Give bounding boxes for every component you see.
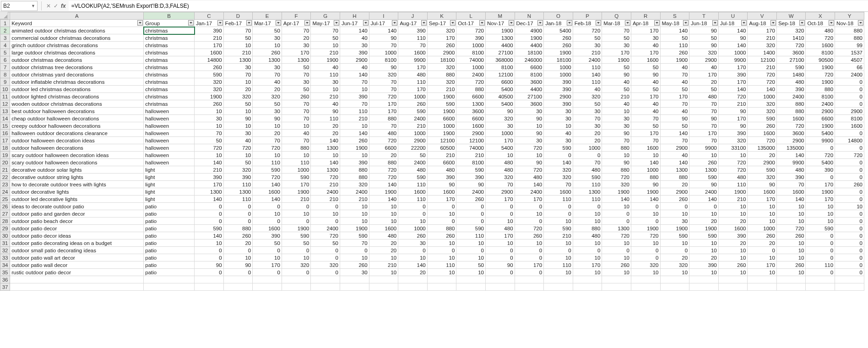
cell-value[interactable]: 70 [223, 27, 253, 34]
cell-value[interactable]: 480 [718, 174, 748, 181]
cell-value[interactable]: 30 [282, 42, 311, 49]
cell-value[interactable]: 30 [340, 269, 369, 276]
cell-value[interactable]: 390 [340, 93, 369, 100]
cell-value[interactable]: 480 [806, 27, 835, 34]
cell-value[interactable]: 320 [427, 27, 456, 34]
cell-value[interactable]: 720 [456, 27, 486, 34]
cell-value[interactable]: 70 [282, 115, 311, 122]
cell-value[interactable]: 10 [544, 218, 573, 225]
cell-value[interactable]: 1300 [689, 166, 719, 174]
cell-value[interactable]: 320 [282, 261, 311, 269]
cell-value[interactable]: 10 [311, 86, 340, 93]
cell-value[interactable]: 1600 [456, 122, 486, 130]
cell-value[interactable]: 0 [253, 269, 282, 276]
cell-value[interactable]: 140 [718, 27, 748, 34]
cell-value[interactable]: 10 [282, 122, 311, 130]
cell-value[interactable]: 480 [776, 78, 806, 86]
cell-value[interactable]: 1300 [311, 166, 340, 174]
column-header[interactable]: T [689, 12, 719, 20]
cell-value[interactable]: 320 [195, 78, 224, 86]
row-header[interactable]: 17 [0, 137, 10, 144]
cell-value[interactable]: 10 [340, 210, 369, 218]
cell-value[interactable]: 1600 [631, 56, 660, 64]
cell-keyword[interactable]: large outdoor christmas decorations [10, 49, 144, 56]
cell-value[interactable]: 70 [689, 108, 719, 115]
cell-value[interactable]: 20 [689, 254, 719, 261]
cell-group[interactable]: christmas [144, 42, 195, 49]
cell-group[interactable]: patio [144, 225, 195, 232]
cell-value[interactable]: 210 [456, 152, 486, 159]
cell-value[interactable]: 20 [253, 130, 282, 137]
row-header[interactable]: 37 [0, 283, 10, 291]
cell-group[interactable]: patio [144, 247, 195, 254]
cell-value[interactable]: 1900 [602, 56, 631, 64]
cell-value[interactable]: 90 [631, 181, 660, 188]
cell-value[interactable]: 320 [748, 42, 777, 49]
cell-value[interactable]: 1600 [427, 188, 456, 196]
cell-value[interactable]: 1300 [456, 100, 486, 108]
row-header[interactable]: 15 [0, 122, 10, 130]
cell-value[interactable]: 1900 [282, 188, 311, 196]
cell-value[interactable]: 1600 [544, 188, 573, 196]
cell-value[interactable]: 390 [544, 86, 573, 93]
cell-value[interactable]: 6600 [369, 144, 398, 152]
cell-value[interactable]: 140 [748, 86, 777, 93]
cell-empty[interactable] [398, 276, 428, 283]
cell-value[interactable]: 390 [544, 78, 573, 86]
cell-value[interactable]: 2400 [515, 188, 544, 196]
row-header[interactable]: 30 [0, 232, 10, 239]
cell-empty[interactable] [573, 283, 602, 291]
cell-value[interactable]: 10 [282, 152, 311, 159]
cell-value[interactable]: 5400 [485, 86, 515, 93]
cell-value[interactable]: 390 [806, 166, 835, 174]
cell-value[interactable]: 110 [806, 261, 835, 269]
cell-value[interactable]: 1300 [602, 225, 631, 232]
cell-value[interactable]: 10 [223, 254, 253, 261]
filter-dropdown-icon[interactable] [392, 20, 397, 26]
cell-value[interactable]: 90 [515, 130, 544, 137]
cell-value[interactable]: 9900 [398, 56, 428, 64]
cell-value[interactable]: 10 [806, 203, 835, 210]
header-month[interactable]: Sep-17 [427, 20, 456, 27]
cell-empty[interactable] [602, 283, 631, 291]
cell-value[interactable]: 260 [718, 261, 748, 269]
cell-value[interactable]: 110 [253, 159, 282, 166]
cell-value[interactable]: 1900 [369, 188, 398, 196]
cell-value[interactable]: 170 [748, 196, 777, 203]
cell-value[interactable]: 1600 [776, 188, 806, 196]
cell-empty[interactable] [835, 283, 864, 291]
filter-dropdown-icon[interactable] [537, 20, 543, 26]
row-header[interactable]: 19 [0, 152, 10, 159]
cell-value[interactable]: 0 [282, 247, 311, 254]
row-header[interactable]: 23 [0, 181, 10, 188]
cell-keyword[interactable]: wooden outdoor christmas decorations [10, 100, 144, 108]
cell-group[interactable]: halloween [144, 159, 195, 166]
cell-empty[interactable] [144, 283, 195, 291]
cell-value[interactable]: 1600 [398, 49, 428, 56]
cell-value[interactable]: 10 [718, 247, 748, 254]
column-header[interactable]: G [311, 12, 340, 20]
cell-value[interactable]: 2900 [660, 188, 689, 196]
cell-value[interactable]: 480 [398, 166, 428, 174]
cell-value[interactable]: 50 [223, 34, 253, 42]
cell-value[interactable]: 260 [835, 181, 864, 188]
cell-value[interactable]: 10 [369, 203, 398, 210]
cell-value[interactable]: 140 [369, 181, 398, 188]
cell-group[interactable]: patio [144, 261, 195, 269]
header-month[interactable]: Nov-18 [835, 20, 864, 27]
cell-value[interactable]: 880 [835, 27, 864, 34]
cell-value[interactable]: 30 [573, 108, 602, 115]
cell-value[interactable]: 0 [835, 166, 864, 174]
cell-value[interactable]: 720 [748, 78, 777, 86]
filter-dropdown-icon[interactable] [363, 20, 369, 26]
cell-value[interactable]: 27100 [485, 49, 515, 56]
cell-value[interactable]: 6600 [427, 115, 456, 122]
cell-value[interactable]: 1600 [398, 188, 428, 196]
cell-value[interactable]: 1410 [776, 34, 806, 42]
filter-dropdown-icon[interactable] [829, 20, 834, 26]
cell-value[interactable]: 20 [573, 130, 602, 137]
cell-value[interactable]: 0 [427, 203, 456, 210]
cell-value[interactable]: 30 [223, 64, 253, 71]
cell-value[interactable]: 1600 [806, 42, 835, 49]
cell-value[interactable]: 10 [689, 239, 719, 247]
